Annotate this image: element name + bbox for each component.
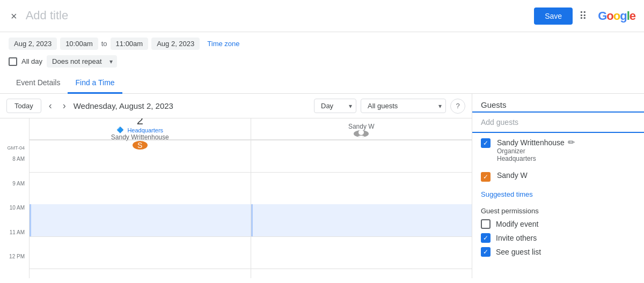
time-label-11am: 11 AM — [0, 229, 29, 254]
guest-checkbox-sandy-writtenhouse[interactable]: ✓ — [481, 138, 491, 148]
sidebar-title: Guests — [472, 94, 644, 113]
permission-item-invite-others: ✓ Invite others — [481, 233, 635, 243]
today-button[interactable]: Today — [6, 99, 41, 113]
tab-find-a-time[interactable]: Find a Time — [68, 73, 122, 94]
view-select-wrapper: Day Week Month — [314, 99, 356, 113]
allday-label: All day — [21, 57, 42, 65]
col-person-label-2: Sandy W — [348, 121, 375, 130]
guest-name-sandy-writtenhouse: Sandy Writtenhouse ✏ — [497, 137, 635, 147]
save-button[interactable]: Save — [534, 8, 573, 25]
subheader: Aug 2, 2023 10:00am to 11:00am Aug 2, 20… — [0, 32, 644, 68]
permission-item-see-guest-list: ✓ See guest list — [481, 247, 635, 257]
invite-others-label: Invite others — [496, 234, 537, 242]
col-header-sandy-w: Sandy W — [251, 118, 472, 140]
timezone-button[interactable]: Time zone — [207, 40, 239, 48]
col-avatar-sandy-w — [354, 130, 369, 137]
see-guest-list-label: See guest list — [496, 248, 541, 256]
permissions-section: Guest permissions Modify event ✓ Invite … — [472, 203, 644, 265]
time-label-timezone: GMT-04 — [0, 140, 29, 156]
calendar-column-sandy-w: Sandy W — [251, 118, 472, 278]
guests-select-wrapper: All guests Sandy Writtenhouse Sandy W — [361, 99, 446, 113]
end-date-chip[interactable]: Aug 2, 2023 — [151, 38, 200, 50]
calendar-area: Today ‹ › Wednesday, August 2, 2023 Day … — [0, 94, 472, 278]
time-label-12pm: 12 PM — [0, 254, 29, 278]
prev-nav-button[interactable]: ‹ — [46, 98, 55, 114]
see-guest-list-checkbox[interactable]: ✓ — [481, 247, 491, 257]
time-gutter: GMT-04 8 AM 9 AM 10 AM 11 AM 12 PM — [0, 118, 30, 278]
add-guests-input[interactable] — [472, 113, 644, 133]
guests-select[interactable]: All guests Sandy Writtenhouse Sandy W — [361, 99, 446, 113]
selected-time-block-1 — [30, 204, 251, 236]
guest-info-sandy-writtenhouse: Sandy Writtenhouse ✏ Organizer Headquart… — [497, 137, 635, 162]
next-nav-button[interactable]: › — [60, 98, 69, 114]
header: × Save ⠿ Google — [0, 0, 644, 32]
guest-role-sandy-writtenhouse: Organizer — [497, 147, 635, 155]
repeat-select[interactable]: Does not repeat Daily Weekly Monthly Ann… — [47, 55, 117, 68]
repeat-wrapper: Does not repeat Daily Weekly Monthly Ann… — [47, 55, 117, 68]
selected-time-block-2 — [251, 204, 472, 236]
col-header-sandy-writtenhouse: WED 2 🔷 Headquarters Sandy Writtenhouse … — [30, 118, 251, 140]
view-select[interactable]: Day Week Month — [314, 99, 356, 113]
to-separator: to — [101, 40, 107, 48]
tab-event-details[interactable]: Event Details — [9, 73, 68, 94]
calendar-toolbar: Today ‹ › Wednesday, August 2, 2023 Day … — [0, 94, 472, 118]
time-label-10am: 10 AM — [0, 205, 29, 229]
calendar-column-sandy-writtenhouse: WED 2 🔷 Headquarters Sandy Writtenhouse … — [30, 118, 251, 278]
google-logo: Google — [598, 9, 635, 23]
guest-name-sandy-w: Sandy W — [497, 171, 635, 180]
col-day-num: 2 — [137, 118, 143, 126]
guest-item-sandy-w: ✓ Sandy W — [472, 167, 644, 186]
col-body-sandy-writtenhouse[interactable] — [30, 140, 251, 278]
allday-checkbox[interactable] — [9, 57, 17, 66]
start-date-chip[interactable]: Aug 2, 2023 — [9, 38, 57, 50]
guest-checkbox-sandy-w[interactable]: ✓ — [481, 172, 491, 182]
edit-icon-sandy[interactable]: ✏ — [568, 137, 575, 147]
main-area: Today ‹ › Wednesday, August 2, 2023 Day … — [0, 94, 644, 278]
modify-event-checkbox[interactable] — [481, 219, 491, 229]
permission-item-modify-event: Modify event — [481, 219, 635, 229]
end-time-chip[interactable]: 11:00am — [111, 38, 149, 50]
guest-info-sandy-w: Sandy W — [497, 171, 635, 180]
col-calendar-name: Headquarters — [127, 127, 163, 133]
title-input[interactable] — [26, 6, 528, 26]
allday-row: All day Does not repeat Daily Weekly Mon… — [9, 55, 635, 68]
time-label-9am: 9 AM — [0, 181, 29, 205]
time-label-8am: 8 AM — [0, 156, 29, 181]
permissions-title: Guest permissions — [481, 207, 635, 215]
guest-org-sandy-writtenhouse: Headquarters — [497, 155, 635, 162]
sidebar: Guests ✓ Sandy Writtenhouse ✏ Organizer … — [472, 94, 644, 278]
help-button[interactable]: ? — [450, 99, 465, 114]
col-body-sandy-w[interactable] — [251, 140, 472, 278]
google-apps-icon[interactable]: ⠿ — [579, 10, 587, 23]
calendar-columns: WED 2 🔷 Headquarters Sandy Writtenhouse … — [30, 118, 472, 278]
guest-item-sandy-writtenhouse: ✓ Sandy Writtenhouse ✏ Organizer Headqua… — [472, 133, 644, 167]
modify-event-label: Modify event — [496, 220, 538, 228]
suggested-times[interactable]: Suggested times — [472, 186, 644, 203]
datetime-row: Aug 2, 2023 10:00am to 11:00am Aug 2, 20… — [9, 38, 635, 50]
calendar-grid: GMT-04 8 AM 9 AM 10 AM 11 AM 12 PM WED 2 — [0, 118, 472, 278]
tabs: Event Details Find a Time — [0, 73, 644, 94]
start-time-chip[interactable]: 10:00am — [60, 38, 98, 50]
close-button[interactable]: × — [9, 9, 19, 24]
invite-others-checkbox[interactable]: ✓ — [481, 233, 491, 243]
calendar-title: Wednesday, August 2, 2023 — [74, 101, 310, 110]
